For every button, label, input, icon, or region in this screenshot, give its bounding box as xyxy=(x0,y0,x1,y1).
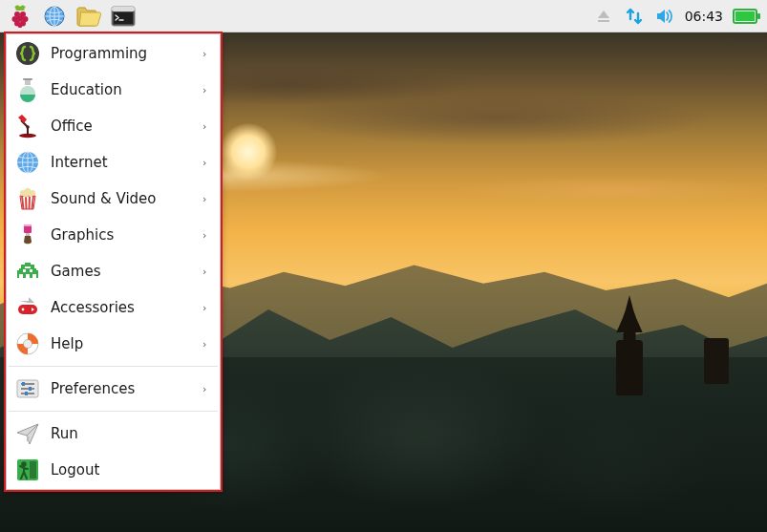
menu-item-label: Logout xyxy=(51,461,193,479)
flask-icon xyxy=(14,76,41,103)
menu-item-help[interactable]: Help › xyxy=(7,326,220,362)
menu-item-education[interactable]: Education › xyxy=(7,72,220,108)
svg-point-44 xyxy=(22,309,25,311)
taskbar: 06:43 xyxy=(0,0,767,32)
submenu-arrow-icon: › xyxy=(202,383,212,395)
menu-item-logout[interactable]: Logout xyxy=(7,452,220,488)
menu-item-preferences[interactable]: Preferences › xyxy=(7,371,220,407)
menu-item-accessories[interactable]: Accessories › xyxy=(7,289,220,326)
svg-point-7 xyxy=(18,23,22,27)
paper-plane-icon xyxy=(14,420,41,447)
raspberry-icon xyxy=(10,5,31,28)
menu-item-label: Office xyxy=(51,117,193,135)
app-menu-button[interactable] xyxy=(6,3,34,30)
menu-item-label: Programming xyxy=(51,45,193,62)
menu-item-internet[interactable]: Internet › xyxy=(7,144,220,181)
svg-rect-40 xyxy=(25,263,31,266)
menu-item-label: Help xyxy=(51,335,193,352)
svg-point-22 xyxy=(26,125,30,129)
code-braces-icon xyxy=(14,40,41,67)
menu-item-label: Run xyxy=(51,425,193,442)
svg-rect-20 xyxy=(23,78,32,80)
svg-rect-35 xyxy=(36,270,38,278)
menu-item-label: Accessories xyxy=(51,299,193,316)
submenu-arrow-icon: › xyxy=(202,157,212,169)
submenu-arrow-icon: › xyxy=(202,193,212,205)
clock[interactable]: 06:43 xyxy=(685,9,723,24)
menu-item-games[interactable]: Games › xyxy=(7,253,220,289)
globe-icon xyxy=(14,149,41,176)
svg-rect-13 xyxy=(114,12,133,24)
taskbar-launchers xyxy=(6,3,138,30)
swiss-knife-icon xyxy=(14,294,41,321)
lifebuoy-icon xyxy=(14,330,41,357)
menu-item-programming[interactable]: Programming › xyxy=(7,35,220,72)
volume-icon xyxy=(655,8,674,25)
svg-rect-39 xyxy=(30,274,32,278)
submenu-arrow-icon: › xyxy=(202,302,212,314)
sliders-icon xyxy=(14,375,41,402)
svg-rect-33 xyxy=(19,268,36,274)
popcorn-icon xyxy=(14,185,41,212)
menu-item-label: Graphics xyxy=(51,226,193,244)
svg-rect-31 xyxy=(26,233,30,236)
menu-item-label: Sound & Video xyxy=(51,190,193,207)
globe-icon xyxy=(43,5,66,28)
submenu-arrow-icon: › xyxy=(202,120,212,133)
application-menu: Programming › Education › Office › Inter… xyxy=(6,33,221,490)
svg-rect-16 xyxy=(735,11,755,21)
svg-rect-51 xyxy=(22,382,25,386)
file-manager-launcher[interactable] xyxy=(75,3,103,30)
svg-rect-36 xyxy=(21,265,25,268)
menu-item-label: Education xyxy=(51,81,193,98)
network-indicator[interactable] xyxy=(624,6,645,27)
folder-icon xyxy=(76,6,101,27)
menu-item-label: Internet xyxy=(51,154,193,171)
battery-icon xyxy=(733,9,761,24)
network-updown-icon xyxy=(625,7,644,26)
svg-rect-15 xyxy=(757,13,760,19)
svg-point-46 xyxy=(24,340,32,349)
svg-point-29 xyxy=(29,193,32,197)
submenu-arrow-icon: › xyxy=(202,266,212,278)
svg-point-17 xyxy=(16,42,39,65)
desk-lamp-icon xyxy=(14,113,41,139)
submenu-arrow-icon: › xyxy=(202,338,212,351)
svg-point-28 xyxy=(24,193,29,198)
menu-item-sound-video[interactable]: Sound & Video › xyxy=(7,181,220,217)
terminal-launcher[interactable] xyxy=(109,3,138,30)
submenu-arrow-icon: › xyxy=(202,229,212,242)
svg-rect-55 xyxy=(30,461,36,479)
menu-item-label: Preferences xyxy=(51,380,193,397)
system-tray: 06:43 xyxy=(593,6,761,27)
exit-door-icon xyxy=(14,457,41,483)
svg-rect-42 xyxy=(30,269,32,272)
svg-rect-41 xyxy=(23,269,26,272)
svg-rect-32 xyxy=(24,224,32,226)
volume-indicator[interactable] xyxy=(654,6,675,27)
svg-rect-53 xyxy=(25,392,28,395)
battery-indicator[interactable] xyxy=(733,6,761,27)
submenu-arrow-icon: › xyxy=(202,48,212,60)
menu-item-run[interactable]: Run xyxy=(7,415,220,452)
menu-item-graphics[interactable]: Graphics › xyxy=(7,217,220,253)
space-invader-icon xyxy=(14,258,41,285)
menu-separator xyxy=(9,411,218,412)
web-browser-launcher[interactable] xyxy=(40,3,69,30)
submenu-arrow-icon: › xyxy=(202,84,212,96)
terminal-icon xyxy=(111,6,136,27)
svg-rect-34 xyxy=(17,270,19,278)
menu-item-label: Games xyxy=(51,263,193,280)
menu-separator xyxy=(9,366,218,367)
svg-rect-38 xyxy=(23,274,26,278)
eject-icon xyxy=(595,8,612,25)
paintbrush-icon xyxy=(14,222,41,248)
eject-media-button[interactable] xyxy=(593,6,614,27)
svg-rect-12 xyxy=(112,7,135,11)
svg-rect-52 xyxy=(29,387,32,391)
menu-item-office[interactable]: Office › xyxy=(7,108,220,144)
svg-rect-37 xyxy=(31,265,34,268)
